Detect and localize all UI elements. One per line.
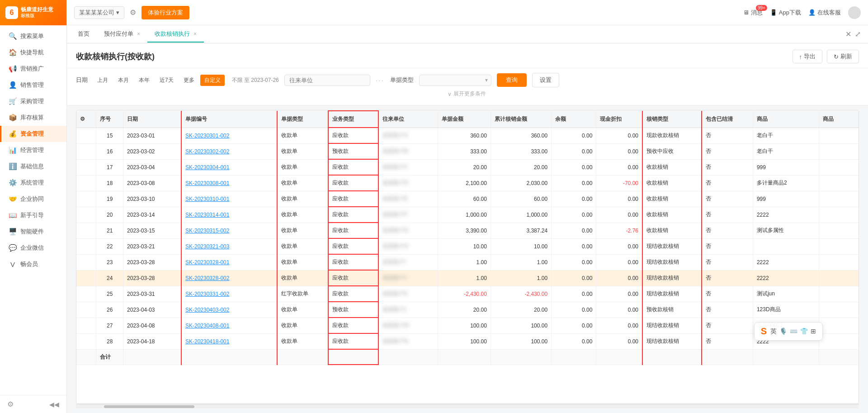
sidebar-label-quick: 快捷导航 xyxy=(20,48,44,57)
billno-link-4[interactable]: SK-20230310-001 xyxy=(185,196,229,202)
partner-input[interactable] xyxy=(284,75,370,86)
cell-settings-13 xyxy=(76,333,96,349)
sidebar-item-member[interactable]: V畅会员 xyxy=(0,256,66,272)
billno-link-3[interactable]: SK-20230308-001 xyxy=(185,180,229,186)
page-content: 收款核销执行(按收款) ↑ 导出 ↻ 刷新 日期 上月 本月 本年 xyxy=(67,43,868,413)
billno-link-7[interactable]: SK-20230321-003 xyxy=(185,243,229,250)
cell-billno-11[interactable]: SK-20230403-002 xyxy=(181,302,277,318)
cell-canceltype-6: 收款核销 xyxy=(642,223,702,238)
cell-goods-2: 999 xyxy=(753,159,819,175)
export-btn[interactable]: ↑ 导出 xyxy=(793,50,823,63)
cell-incl-6: 否 xyxy=(702,223,753,238)
date-7days[interactable]: 近7天 xyxy=(156,75,178,86)
billno-link-5[interactable]: SK-20230314-001 xyxy=(185,212,229,218)
app-download-btn[interactable]: 📱 App下载 xyxy=(770,9,801,17)
topbar-actions: 🖥 消息 99+ 📱 App下载 👤 在线客服 xyxy=(743,6,861,19)
sidebar-item-sales[interactable]: 👤销售管理 xyxy=(0,77,66,93)
billno-link-6[interactable]: SK-20230315-002 xyxy=(185,228,229,234)
sidebar-item-weixin[interactable]: 💬企业微信 xyxy=(0,240,66,256)
billno-link-12[interactable]: SK-20230408-001 xyxy=(185,323,229,329)
billno-link-9[interactable]: SK-20230328-002 xyxy=(185,275,229,281)
collapse-icon[interactable]: ◀◀ xyxy=(49,401,59,408)
sidebar-item-purchase[interactable]: 🛒采购管理 xyxy=(0,93,66,109)
billno-link-0[interactable]: SK-20230301-002 xyxy=(185,133,229,139)
cell-date-9: 2023-03-28 xyxy=(123,270,181,286)
billno-link-13[interactable]: SK-20230418-001 xyxy=(185,338,229,345)
cell-billno-0[interactable]: SK-20230301-002 xyxy=(181,128,277,143)
wm-mic-icon[interactable]: 🎙️ xyxy=(779,328,787,336)
cell-billno-8[interactable]: SK-20230328-001 xyxy=(181,254,277,270)
cell-cumamt-7: 10.00 xyxy=(491,238,551,254)
wm-shirt-icon[interactable]: 👕 xyxy=(800,328,808,336)
sidebar-item-search[interactable]: 🔍搜索菜单 xyxy=(0,28,66,44)
company-selector[interactable]: 某某某某公司 ▾ xyxy=(74,6,124,19)
sidebar-item-finance[interactable]: 💰资金管理 xyxy=(0,126,66,142)
settings-btn[interactable]: 设置 xyxy=(532,73,559,87)
close-all-icon[interactable]: ✕ xyxy=(845,30,851,38)
bill-type-select[interactable] xyxy=(419,75,491,86)
footer-total-label: 合计 xyxy=(96,349,123,365)
cell-billtype-1: 收款单 xyxy=(277,143,329,159)
refresh-btn[interactable]: ↻ 刷新 xyxy=(827,50,859,63)
cell-partner-5: 某某客户F xyxy=(378,207,438,223)
sidebar-item-system[interactable]: ⚙️系统管理 xyxy=(0,175,66,191)
table-wrap[interactable]: ⚙序号日期单据编号单据类型业务类型往来单位单据金额累计核销金额余额现金折扣核销类… xyxy=(76,110,859,404)
cell-billno-9[interactable]: SK-20230328-002 xyxy=(181,270,277,286)
cell-billno-13[interactable]: SK-20230418-001 xyxy=(181,333,277,349)
message-btn[interactable]: 🖥 消息 99+ xyxy=(743,9,763,17)
cell-billno-3[interactable]: SK-20230308-001 xyxy=(181,175,277,191)
tab-close-2[interactable]: × xyxy=(193,31,197,37)
expand-tabs-icon[interactable]: ⤢ xyxy=(855,30,861,38)
cell-biztype-6: 应收款 xyxy=(328,223,378,238)
cell-incl-4: 否 xyxy=(702,191,753,207)
more-filter-dots[interactable]: ··· xyxy=(376,77,385,84)
cell-no-5: 20 xyxy=(96,207,123,223)
billno-link-8[interactable]: SK-20230328-001 xyxy=(185,259,229,266)
sidebar-item-corp[interactable]: 🤝企业协同 xyxy=(0,191,66,207)
sidebar-item-basic[interactable]: ℹ️基础信息 xyxy=(0,158,66,175)
cell-billno-12[interactable]: SK-20230408-001 xyxy=(181,318,277,333)
cell-settings-6 xyxy=(76,223,96,238)
date-more[interactable]: 更多 xyxy=(179,75,198,86)
sidebar-item-quick[interactable]: 🏠快捷导航 xyxy=(0,44,66,61)
date-last-month[interactable]: 上月 xyxy=(93,75,112,86)
settings-icon[interactable]: ⚙ xyxy=(7,400,14,408)
solution-btn[interactable]: 体验行业方案 xyxy=(142,6,189,19)
cell-billno-5[interactable]: SK-20230314-001 xyxy=(181,207,277,223)
expand-row[interactable]: ∨ 展开更多条件 xyxy=(76,87,859,100)
cell-billno-7[interactable]: SK-20230321-003 xyxy=(181,238,277,254)
wm-grid-icon[interactable]: ⊞ xyxy=(811,328,816,336)
col-settings-icon[interactable]: ⚙ xyxy=(80,116,85,122)
cell-billno-4[interactable]: SK-20230310-001 xyxy=(181,191,277,207)
table-row: 202023-03-14SK-20230314-001收款单应收款某某客户F1,… xyxy=(76,207,859,223)
tab-1[interactable]: 预付应付单× xyxy=(97,26,147,43)
date-this-year[interactable]: 本年 xyxy=(135,75,154,86)
topbar-gear-icon[interactable]: ⚙ xyxy=(130,8,136,17)
wm-keyboard-icon[interactable]: ⌨️ xyxy=(790,328,797,336)
filter-bar: 日期 上月 本月 本年 近7天 更多 自定义 不限 至 2023-07-26 ·… xyxy=(67,68,868,105)
tab-0[interactable]: 首页 xyxy=(71,26,97,43)
sidebar-item-marketing[interactable]: 📢营销推广 xyxy=(0,61,66,77)
cell-billno-6[interactable]: SK-20230315-002 xyxy=(181,223,277,238)
tab-close-1[interactable]: × xyxy=(137,31,140,37)
date-this-month[interactable]: 本月 xyxy=(114,75,133,86)
sidebar-item-hardware[interactable]: 🖥️智能硬件 xyxy=(0,223,66,240)
horizontal-scrollbar[interactable] xyxy=(76,404,859,408)
query-btn[interactable]: 查询 xyxy=(497,73,527,87)
col-header-settings: ⚙ xyxy=(76,111,96,128)
billno-link-10[interactable]: SK-20230331-002 xyxy=(185,291,229,297)
date-custom[interactable]: 自定义 xyxy=(200,75,225,86)
tab-2[interactable]: 收款核销执行× xyxy=(147,26,204,43)
user-avatar[interactable] xyxy=(848,6,861,19)
sidebar-item-guide[interactable]: 📖新手引导 xyxy=(0,207,66,223)
cell-billno-1[interactable]: SK-20230302-002 xyxy=(181,143,277,159)
billno-link-11[interactable]: SK-20230403-002 xyxy=(185,307,229,313)
billno-link-1[interactable]: SK-20230302-002 xyxy=(185,148,229,155)
cell-billno-2[interactable]: SK-20230304-001 xyxy=(181,159,277,175)
cell-billno-10[interactable]: SK-20230331-002 xyxy=(181,286,277,302)
sidebar-item-operation[interactable]: 📊经营管理 xyxy=(0,142,66,158)
service-btn[interactable]: 👤 在线客服 xyxy=(808,9,841,17)
sidebar-item-inventory[interactable]: 📦库存核算 xyxy=(0,109,66,126)
cell-partner-11: 某某客户L xyxy=(378,302,438,318)
billno-link-2[interactable]: SK-20230304-001 xyxy=(185,164,229,171)
